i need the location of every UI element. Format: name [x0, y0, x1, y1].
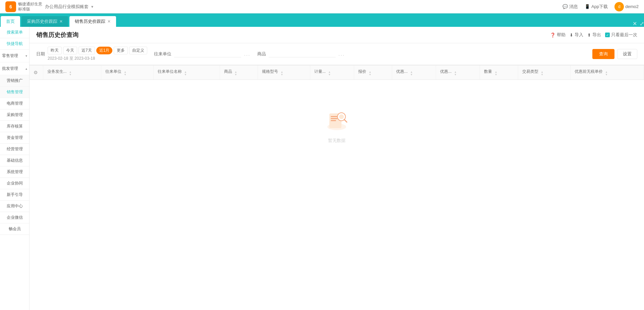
svg-line-6 [344, 119, 347, 122]
th-settings: ⚙ [30, 65, 43, 80]
chevron-up-icon: ▴ [25, 67, 27, 70]
logo-text: 畅捷通好生意 标准版 [18, 2, 42, 11]
page-header-actions: ❓ 帮助 ⬇ 导入 ⬆ 导出 ✓ 只看最后一次 [550, 32, 637, 42]
tab-home[interactable]: 首页 [1, 16, 20, 27]
query-button[interactable]: 查询 [592, 49, 614, 59]
th-discount1[interactable]: 优惠... ▲▼ [392, 65, 436, 80]
th-pretax-price-label: 优惠前无税单价 [575, 69, 603, 74]
th-counterparty[interactable]: 往来单位 ▲▼ [101, 65, 153, 80]
th-discount2[interactable]: 优惠... ▲▼ [436, 65, 480, 80]
username: demo2 [625, 4, 639, 9]
sort-icon: ▲▼ [281, 71, 283, 76]
product-input[interactable] [269, 51, 336, 57]
counterparty-input[interactable] [174, 51, 241, 57]
sort-icon: ▲▼ [605, 71, 608, 76]
tab-sales-close[interactable]: ✕ [107, 19, 111, 24]
tab-purchase-close[interactable]: ✕ [59, 19, 63, 24]
sidebar-item-app-center[interactable]: 应用中心 [0, 201, 29, 212]
svg-rect-4 [331, 120, 336, 121]
sidebar-item-basic-info[interactable]: 基础信息 [0, 155, 29, 166]
data-table: ⚙ 业务发生... ▲▼ 往来单位 ▲▼ 往来单位名称 ▲▼ [30, 65, 644, 80]
tab-home-label: 首页 [6, 18, 15, 24]
top-bar: 6 畅捷通好生意 标准版 办公用品行业模拟账套 ▾ 💬 消息 📱 App下载 d… [0, 0, 644, 13]
question-icon: ❓ [550, 33, 555, 38]
tab-sales-history[interactable]: 销售历史价跟踪 ✕ [69, 16, 116, 27]
app-download-btn[interactable]: 📱 App下载 [585, 4, 608, 10]
tab-sales-label: 销售历史价跟踪 [75, 18, 105, 24]
th-trade-type[interactable]: 交易类型 ▲▼ [518, 65, 570, 80]
th-pretax-price[interactable]: 优惠前无税单价 ▲▼ [570, 65, 644, 80]
th-counterparty-name[interactable]: 往来单位名称 ▲▼ [153, 65, 220, 80]
window-controls: ✕ ⤢ [633, 20, 644, 27]
sort-icon: ▲▼ [369, 71, 371, 76]
product-dots-btn[interactable]: ... [338, 51, 345, 57]
th-spec[interactable]: 规格型号 ▲▼ [258, 65, 310, 80]
date-range-text: 2023-02-18 至 2023-03-18 [48, 56, 147, 61]
th-date[interactable]: 业务发生... ▲▼ [43, 65, 101, 80]
sidebar-item-finance[interactable]: 资金管理 [0, 132, 29, 144]
dropdown-arrow[interactable]: ▾ [91, 4, 93, 9]
sidebar-item-purchase[interactable]: 采购管理 [0, 109, 29, 121]
th-unit[interactable]: 计量... ▲▼ [310, 65, 354, 80]
date-btn-custom[interactable]: 自定义 [129, 47, 147, 54]
date-label: 日期 [36, 51, 45, 57]
sidebar-item-wholesale[interactable]: 批发管理 ▴ [0, 62, 29, 75]
th-date-label: 业务发生... [47, 69, 67, 74]
sort-icon: ▲▼ [454, 71, 457, 76]
top-bar-left: 6 畅捷通好生意 标准版 办公用品行业模拟账套 ▾ [5, 1, 93, 12]
sidebar-item-sales[interactable]: 销售管理 [0, 87, 29, 98]
date-btn-7days[interactable]: 近7天 [78, 47, 95, 54]
setting-button[interactable]: 设置 [617, 49, 637, 59]
sidebar-item-management[interactable]: 经营管理 [0, 144, 29, 155]
product-label: 商品 [257, 51, 266, 57]
sidebar-search[interactable]: 搜索菜单 [0, 27, 29, 38]
th-quantity[interactable]: 数量 ▲▼ [480, 65, 518, 80]
last-only-checkbox-label[interactable]: ✓ 只看最后一次 [605, 32, 637, 38]
sidebar-item-wechat[interactable]: 企业微信 [0, 212, 29, 223]
tab-bar: 首页 采购历史价跟踪 ✕ 销售历史价跟踪 ✕ ✕ ⤢ [0, 13, 644, 27]
sort-icon: ▲▼ [184, 71, 187, 76]
message-label: 消息 [569, 4, 578, 10]
help-btn[interactable]: ❓ 帮助 [550, 32, 566, 38]
import-btn[interactable]: ⬇ 导入 [570, 32, 583, 38]
tab-purchase-history[interactable]: 采购历史价跟踪 ✕ [21, 16, 68, 27]
sidebar-item-retail[interactable]: 零售管理 ▾ [0, 50, 29, 62]
tab-purchase-label: 采购历史价跟踪 [27, 18, 57, 24]
close-window-btn[interactable]: ✕ [633, 20, 637, 27]
th-quote-label: 报价 [358, 69, 366, 74]
sidebar-item-member[interactable]: 畅会员 [0, 223, 29, 235]
app-download-label: App下载 [591, 4, 608, 10]
date-btn-1month[interactable]: 近1月 [96, 47, 113, 54]
empty-state: 暂无数据 [30, 80, 644, 170]
message-btn[interactable]: 💬 消息 [562, 4, 578, 10]
sidebar-retail-label: 零售管理 [2, 53, 18, 59]
import-label: 导入 [575, 32, 583, 38]
avatar: d [614, 2, 624, 11]
export-label: 导出 [592, 32, 601, 38]
date-btn-today[interactable]: 今天 [63, 47, 77, 54]
counterparty-dots-btn[interactable]: ... [244, 51, 250, 57]
sort-icon: ▲▼ [234, 71, 237, 76]
sidebar-item-ecommerce[interactable]: 电商管理 [0, 98, 29, 109]
th-trade-type-label: 交易类型 [522, 69, 538, 74]
sidebar-item-cooperation[interactable]: 企业协同 [0, 178, 29, 189]
sidebar-item-marketing[interactable]: 营销推广 [0, 75, 29, 87]
date-btn-yesterday[interactable]: 昨天 [48, 47, 62, 54]
th-discount1-label: 优惠... [396, 69, 408, 74]
sidebar-item-guide[interactable]: 新手引导 [0, 189, 29, 201]
th-quote[interactable]: 报价 ▲▼ [354, 65, 392, 80]
date-btn-more[interactable]: 更多 [114, 47, 128, 54]
sidebar-quick-nav[interactable]: 快捷导航 [0, 38, 29, 50]
th-unit-label: 计量... [314, 69, 326, 74]
maximize-window-btn[interactable]: ⤢ [640, 20, 644, 27]
date-section: 昨天 今天 近7天 近1月 更多 自定义 2023-02-18 至 2023-0… [48, 47, 147, 61]
page-header: 销售历史价查询 ❓ 帮助 ⬇ 导入 ⬆ 导出 ✓ [30, 27, 644, 43]
sidebar-item-inventory[interactable]: 库存核算 [0, 121, 29, 132]
th-product[interactable]: 商品 ▲▼ [220, 65, 258, 80]
export-btn[interactable]: ⬆ 导出 [587, 32, 601, 38]
sort-icon: ▲▼ [69, 71, 72, 76]
user-menu[interactable]: d demo2 [614, 2, 639, 11]
sidebar: 搜索菜单 快捷导航 零售管理 ▾ 批发管理 ▴ 营销推广 销售管理 电商管理 采… [0, 27, 30, 310]
column-settings-icon[interactable]: ⚙ [34, 70, 38, 75]
sidebar-item-system[interactable]: 系统管理 [0, 166, 29, 178]
